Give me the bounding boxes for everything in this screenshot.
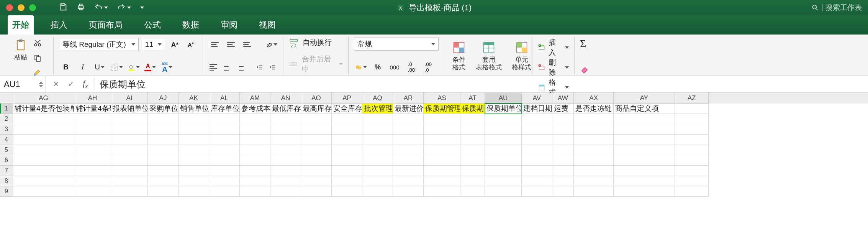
insert-rows-button[interactable]: + 插入 <box>538 38 569 58</box>
tab-insert[interactable]: 插入 <box>46 15 72 35</box>
cell-AT6[interactable] <box>460 155 485 166</box>
cell-AX2[interactable] <box>574 114 614 124</box>
cell-AG2[interactable] <box>13 114 74 124</box>
column-header-AP[interactable]: AP <box>332 93 362 104</box>
cell-AL7[interactable] <box>209 166 240 176</box>
cell-AH5[interactable] <box>74 145 111 155</box>
cell-AG1[interactable]: 辅计量4是否包装单位 <box>13 104 74 114</box>
cell-AS7[interactable] <box>424 166 460 176</box>
bold-button[interactable]: B <box>59 60 73 74</box>
cell-AO5[interactable] <box>301 145 332 155</box>
cell-AQ2[interactable] <box>362 114 393 124</box>
cell-AS3[interactable] <box>424 124 460 135</box>
column-header-AO[interactable]: AO <box>301 93 332 104</box>
cell-AJ8[interactable] <box>148 176 179 186</box>
cell-AX5[interactable] <box>574 145 614 155</box>
cell-AP6[interactable] <box>332 155 362 166</box>
cell-AT4[interactable] <box>460 135 485 145</box>
cell-AL1[interactable]: 库存单位 <box>209 104 240 114</box>
save-icon[interactable] <box>59 3 67 13</box>
cell-AL2[interactable] <box>209 114 240 124</box>
autosum-icon[interactable]: Σ <box>580 38 586 50</box>
cell-AV6[interactable] <box>522 155 552 166</box>
enter-formula-icon[interactable]: ✓ <box>68 79 74 89</box>
cell-AH4[interactable] <box>74 135 111 145</box>
tab-home[interactable]: 开始 <box>8 15 34 35</box>
cell-AK8[interactable] <box>179 176 209 186</box>
align-right-button[interactable] <box>234 60 244 74</box>
increase-font-button[interactable]: A▴ <box>168 38 181 51</box>
cell-AX6[interactable] <box>574 155 614 166</box>
cell-AJ9[interactable] <box>148 186 179 197</box>
cell-AZ3[interactable] <box>675 124 709 135</box>
cell-AT5[interactable] <box>460 145 485 155</box>
fx-icon[interactable]: fx <box>83 79 88 89</box>
cell-AN7[interactable] <box>270 166 301 176</box>
cell-AZ9[interactable] <box>675 186 709 197</box>
tab-view[interactable]: 视图 <box>254 15 280 35</box>
column-header-AV[interactable]: AV <box>522 93 552 104</box>
cell-AL6[interactable] <box>209 155 240 166</box>
cell-AZ8[interactable] <box>675 176 709 186</box>
cell-AY4[interactable] <box>614 135 675 145</box>
column-header-AS[interactable]: AS <box>424 93 460 104</box>
cell-AI9[interactable] <box>111 186 148 197</box>
print-icon[interactable] <box>77 3 85 13</box>
cell-AP9[interactable] <box>332 186 362 197</box>
cell-AH2[interactable] <box>74 114 111 124</box>
underline-button[interactable]: U <box>93 60 106 74</box>
cell-AW9[interactable] <box>552 186 574 197</box>
cell-AR4[interactable] <box>393 135 424 145</box>
cell-AV9[interactable] <box>522 186 552 197</box>
cell-AU3[interactable] <box>485 124 522 135</box>
cell-AQ1[interactable]: 批次管理 <box>362 104 393 114</box>
cell-AN5[interactable] <box>270 145 301 155</box>
cell-AY9[interactable] <box>614 186 675 197</box>
cell-AM5[interactable] <box>240 145 270 155</box>
cell-AW4[interactable] <box>552 135 574 145</box>
cell-AN6[interactable] <box>270 155 301 166</box>
cell-styles-button[interactable]: 单元 格样式 <box>509 40 534 72</box>
column-header-AT[interactable]: AT <box>460 93 485 104</box>
cell-AV5[interactable] <box>522 145 552 155</box>
font-size-select[interactable]: 11 <box>142 38 165 51</box>
name-box[interactable]: AU1 <box>0 76 46 92</box>
cell-AK9[interactable] <box>179 186 209 197</box>
decrease-indent-button[interactable] <box>255 60 265 74</box>
cell-AR6[interactable] <box>393 155 424 166</box>
cell-AK2[interactable] <box>179 114 209 124</box>
cell-AO8[interactable] <box>301 176 332 186</box>
format-as-table-button[interactable]: 套用 表格格式 <box>473 40 504 72</box>
italic-button[interactable]: I <box>76 60 90 74</box>
cell-AR3[interactable] <box>393 124 424 135</box>
cell-AM7[interactable] <box>240 166 270 176</box>
cell-AQ8[interactable] <box>362 176 393 186</box>
align-left-button[interactable] <box>208 60 218 74</box>
decrease-font-button[interactable]: A▾ <box>184 38 197 51</box>
number-format-select[interactable]: 常规 <box>354 38 439 51</box>
cell-AK1[interactable]: 销售单位 <box>179 104 209 114</box>
cell-AL3[interactable] <box>209 124 240 135</box>
cell-AP4[interactable] <box>332 135 362 145</box>
cell-AS1[interactable]: 保质期管理 <box>424 104 460 114</box>
copy-icon[interactable] <box>33 53 42 64</box>
row-header-3[interactable]: 3 <box>0 124 13 135</box>
cell-AN3[interactable] <box>270 124 301 135</box>
cell-AM9[interactable] <box>240 186 270 197</box>
cell-AM6[interactable] <box>240 155 270 166</box>
align-bottom-button[interactable] <box>241 38 254 51</box>
cell-AP3[interactable] <box>332 124 362 135</box>
wrap-text-button[interactable]: 自动换行 <box>289 38 343 48</box>
close-window-button[interactable] <box>6 4 13 11</box>
cell-AV7[interactable] <box>522 166 552 176</box>
cell-AW3[interactable] <box>552 124 574 135</box>
cell-AR7[interactable] <box>393 166 424 176</box>
cell-AS8[interactable] <box>424 176 460 186</box>
zoom-window-button[interactable] <box>29 4 36 11</box>
cell-AL4[interactable] <box>209 135 240 145</box>
cell-AU2[interactable] <box>485 114 522 124</box>
cell-AO4[interactable] <box>301 135 332 145</box>
cell-AJ6[interactable] <box>148 155 179 166</box>
column-header-AL[interactable]: AL <box>209 93 240 104</box>
cell-AR9[interactable] <box>393 186 424 197</box>
